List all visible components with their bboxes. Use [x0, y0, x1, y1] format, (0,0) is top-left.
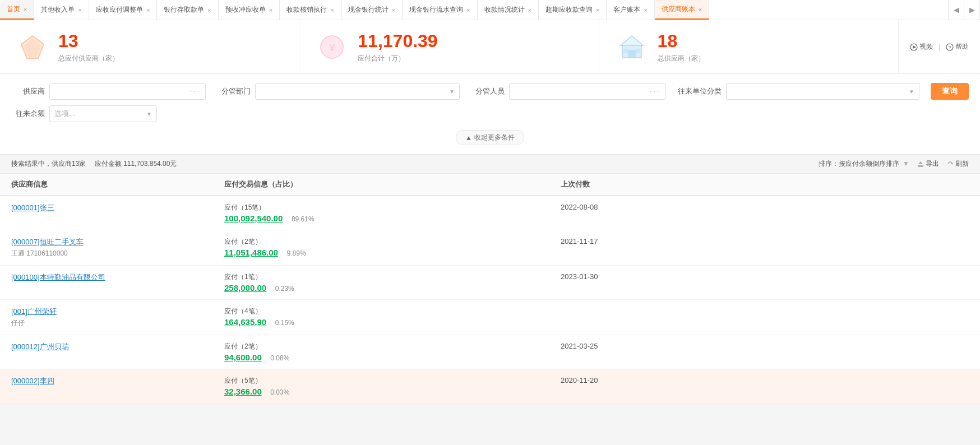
- search-area: 供应商 ··· 分管部门 ▼ 分管人员 ··· 往来单位分类 ▼: [0, 74, 980, 155]
- stat-info-amount: 11,170.39 应付合计（万）: [358, 30, 437, 63]
- table-row: [000002]李四 应付（5笔） 32,366.00 0.03% 2020-1…: [0, 369, 980, 404]
- help-link[interactable]: ? 帮助: [946, 42, 969, 52]
- stat-label-total: 总供应商（家）: [658, 54, 705, 63]
- dept-field: 分管部门 ▼: [217, 83, 460, 100]
- tx-percent-4: 0.08%: [270, 354, 289, 362]
- balance-arrow-down-icon: ▼: [146, 111, 152, 117]
- stat-info-suppliers: 13 总应付供应商（家）: [58, 30, 119, 63]
- top-nav: 首页 × 其他收入单 × 应收应付调整单 × 银行存取款单 × 预收冲应收单 ×…: [0, 0, 980, 20]
- transaction-col-5: 应付（5笔） 32,366.00 0.03%: [224, 376, 561, 396]
- nav-tab-3-label: 银行存取款单: [164, 5, 204, 15]
- nav-tab-2-close[interactable]: ×: [146, 7, 150, 13]
- tx-percent-1: 9.89%: [287, 249, 306, 257]
- supplier-dots: ···: [189, 86, 200, 96]
- video-link[interactable]: 视频: [910, 42, 933, 52]
- tx-label-3: 应付（4笔）: [224, 307, 561, 316]
- nav-next-arrow[interactable]: ▶: [964, 0, 980, 20]
- tx-label-5: 应付（5笔）: [224, 376, 561, 386]
- transaction-col-1: 应付（2笔） 11,051,486.00 9.89%: [224, 237, 561, 257]
- table-row: [000012]广州贝瑞 应付（2笔） 94,600.00 0.08% 2021…: [0, 335, 980, 369]
- nav-tab-4[interactable]: 预收冲应收单 ×: [219, 0, 280, 20]
- nav-tab-7-close[interactable]: ×: [466, 7, 470, 13]
- category-label: 往来单位分类: [677, 86, 722, 96]
- nav-tab-2[interactable]: 应收应付调整单 ×: [89, 0, 157, 20]
- coin-icon: ¥: [316, 31, 348, 63]
- export-button[interactable]: 导出: [917, 159, 939, 169]
- nav-tab-1-close[interactable]: ×: [78, 7, 81, 13]
- help-label: 帮助: [955, 42, 969, 52]
- category-field: 往来单位分类 ▼: [677, 83, 919, 100]
- supplier-link-0[interactable]: [000001]张三: [11, 203, 224, 213]
- supplier-link-2[interactable]: [000100]本特勤油品有限公司: [11, 272, 224, 282]
- transaction-col-3: 应付（4笔） 164,635.90 0.15%: [224, 307, 561, 327]
- nav-arrows: ◀ ▶: [948, 0, 980, 20]
- svg-rect-7: [623, 49, 628, 53]
- stat-label-suppliers: 总应付供应商（家）: [58, 54, 119, 63]
- tx-amount-3[interactable]: 164,635.90: [224, 317, 266, 327]
- result-text1: 搜索结果中，供应商13家: [11, 160, 86, 168]
- nav-tab-8-label: 收款情况统计: [484, 5, 525, 15]
- nav-tab-10[interactable]: 客户账本 ×: [607, 0, 654, 20]
- nav-tab-3-close[interactable]: ×: [207, 7, 211, 13]
- nav-tab-8-close[interactable]: ×: [528, 7, 531, 13]
- sort-control[interactable]: 排序：按应付余额倒序排序 ▼: [819, 159, 909, 169]
- lastpay-date-0: 2022-08-08: [561, 203, 598, 211]
- nav-tab-6-label: 现金银行统计: [348, 5, 389, 15]
- lastpay-date-1: 2021-11-17: [561, 237, 598, 245]
- nav-tab-11-label: 供应商账本: [662, 4, 695, 14]
- nav-tab-1[interactable]: 其他收入单 ×: [34, 0, 89, 20]
- supplier-link-3[interactable]: [001]广州荣轩: [11, 307, 224, 317]
- nav-tab-5[interactable]: 收款核销执行 ×: [280, 0, 341, 20]
- query-button[interactable]: 查询: [931, 83, 969, 100]
- balance-select[interactable]: 选项... ▼: [49, 105, 157, 122]
- collapse-label: 收起更多条件: [474, 133, 515, 142]
- lastpay-date-5: 2020-11-20: [561, 376, 598, 384]
- supplier-link-5[interactable]: [000002]李四: [11, 376, 224, 386]
- nav-tab-5-close[interactable]: ×: [330, 7, 334, 13]
- nav-tab-9-label: 超期应收款查询: [546, 5, 593, 15]
- nav-tab-11-close[interactable]: ×: [699, 6, 702, 13]
- svg-rect-13: [918, 165, 923, 167]
- table-row: [000007]恒旺二手叉车 王通 17106110000 应付（2笔） 11,…: [0, 230, 980, 266]
- nav-tab-9[interactable]: 超期应收款查询 ×: [539, 0, 607, 20]
- balance-value: 选项...: [54, 109, 75, 119]
- nav-tab-4-close[interactable]: ×: [269, 7, 272, 13]
- nav-tab-10-close[interactable]: ×: [644, 7, 647, 13]
- tx-label-2: 应付（1笔）: [224, 272, 561, 282]
- tx-amount-0[interactable]: 100,092,540.00: [224, 214, 283, 223]
- nav-tab-5-label: 收款核销执行: [286, 5, 327, 15]
- nav-tab-11[interactable]: 供应商账本 ×: [655, 0, 709, 20]
- tx-amount-5[interactable]: 32,366.00: [224, 387, 262, 396]
- nav-tab-3[interactable]: 银行存取款单 ×: [157, 0, 218, 20]
- nav-tab-6[interactable]: 现金银行统计 ×: [341, 0, 403, 20]
- refresh-button[interactable]: 刷新: [947, 159, 969, 169]
- lastpay-col-2: 2023-01-30: [561, 272, 969, 281]
- svg-marker-5: [621, 36, 643, 45]
- nav-prev-arrow[interactable]: ◀: [949, 0, 964, 20]
- tx-amount-1[interactable]: 11,051,486.00: [224, 248, 278, 257]
- supplier-input[interactable]: ···: [49, 83, 206, 100]
- nav-tab-home-close[interactable]: ×: [24, 6, 27, 13]
- dept-select[interactable]: ▼: [255, 83, 460, 100]
- supplier-col-5: [000002]李四: [11, 376, 224, 386]
- search-row-2: 往来余额 选项... ▼: [11, 105, 969, 122]
- nav-tab-7[interactable]: 现金银行流水查询 ×: [403, 0, 477, 20]
- nav-tab-9-close[interactable]: ×: [596, 7, 599, 13]
- dept-label: 分管部门: [217, 86, 251, 96]
- collapse-button[interactable]: ▲ 收起更多条件: [456, 130, 524, 145]
- category-select[interactable]: ▼: [726, 83, 919, 100]
- tx-label-4: 应付（2笔）: [224, 342, 561, 351]
- tx-amount-2[interactable]: 258,000.00: [224, 283, 266, 293]
- transaction-col-0: 应付（15笔） 100,092,540.00 89.61%: [224, 203, 561, 223]
- tx-amount-4[interactable]: 94,600.00: [224, 353, 262, 362]
- person-input[interactable]: ···: [509, 83, 665, 100]
- supplier-link-1[interactable]: [000007]恒旺二手叉车: [11, 237, 224, 247]
- stat-card-total: 18 总供应商（家）: [599, 20, 899, 73]
- stat-info-total: 18 总供应商（家）: [658, 30, 705, 63]
- nav-tab-home[interactable]: 首页 ×: [0, 0, 34, 20]
- stat-card-amount: ¥ 11,170.39 应付合计（万）: [299, 20, 599, 73]
- transaction-col-2: 应付（1笔） 258,000.00 0.23%: [224, 272, 561, 293]
- nav-tab-8[interactable]: 收款情况统计 ×: [478, 0, 539, 20]
- supplier-link-4[interactable]: [000012]广州贝瑞: [11, 342, 224, 352]
- nav-tab-6-close[interactable]: ×: [392, 7, 395, 13]
